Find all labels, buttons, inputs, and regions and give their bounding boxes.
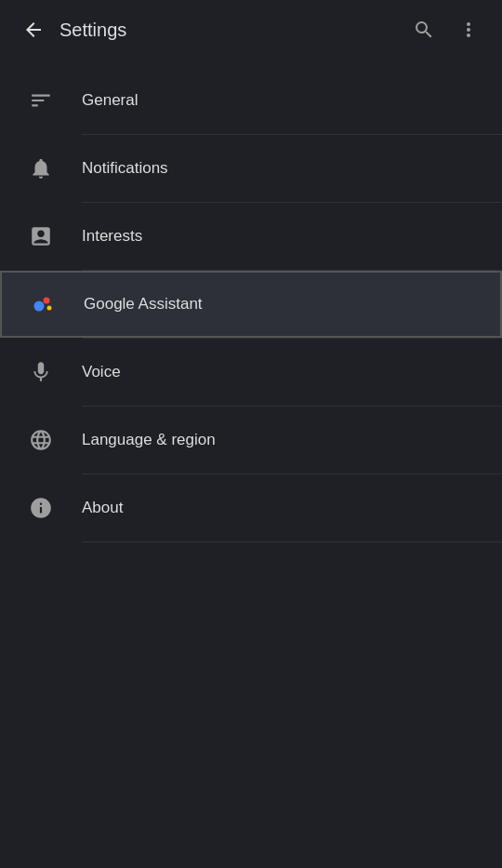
voice-icon	[22, 360, 59, 384]
settings-item-general[interactable]: General	[0, 67, 502, 134]
about-label: About	[82, 499, 123, 517]
settings-item-voice[interactable]: Voice	[0, 339, 502, 406]
settings-item-language-region[interactable]: Language & region	[0, 407, 502, 474]
settings-item-notifications[interactable]: Notifications	[0, 135, 502, 202]
svg-point-2	[47, 306, 52, 311]
notifications-label: Notifications	[82, 159, 168, 178]
general-label: General	[82, 91, 138, 110]
more-options-button[interactable]	[450, 11, 487, 48]
voice-label: Voice	[82, 363, 121, 381]
interests-label: Interests	[82, 227, 142, 246]
settings-list: General Notifications Interests	[0, 67, 502, 542]
settings-item-about[interactable]: About	[0, 474, 502, 541]
divider-about	[82, 541, 502, 542]
search-button[interactable]	[405, 11, 443, 48]
interests-icon	[22, 224, 59, 248]
settings-item-google-assistant[interactable]: Google Assistant	[0, 271, 502, 338]
header: Settings	[0, 0, 502, 60]
svg-point-1	[44, 298, 50, 304]
back-button[interactable]	[15, 11, 52, 48]
page-title: Settings	[59, 20, 405, 41]
general-icon	[22, 88, 59, 113]
google-assistant-icon	[24, 291, 61, 317]
svg-point-0	[34, 301, 45, 312]
google-assistant-label: Google Assistant	[84, 295, 203, 314]
language-region-label: Language & region	[82, 431, 216, 449]
settings-item-interests[interactable]: Interests	[0, 203, 502, 270]
about-icon	[22, 496, 59, 520]
header-actions	[405, 11, 487, 48]
language-icon	[22, 428, 59, 452]
notifications-icon	[22, 156, 59, 180]
